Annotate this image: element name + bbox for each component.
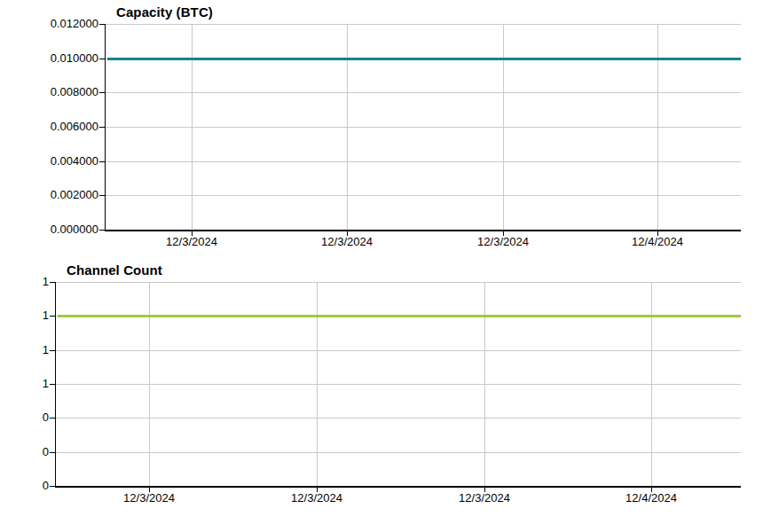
y-tick-label: 0.002000 [31,188,98,202]
series-line [58,315,741,317]
h-gridline [56,452,741,453]
y-tick-mark [50,316,56,317]
y-tick-mark [99,92,106,93]
v-gridline [192,24,193,230]
h-gridline [56,350,741,351]
y-tick-mark [99,24,106,25]
y-tick-label: 0 [0,411,49,425]
h-gridline [106,92,741,93]
v-gridline [503,24,504,230]
series-line [107,58,741,60]
y-tick-mark [99,127,106,128]
y-tick-label: 1 [0,275,49,289]
y-tick-label: 0.008000 [31,85,98,99]
v-gridline [651,282,652,486]
h-gridline [106,127,741,128]
v-gridline [347,24,348,230]
v-gridline [657,24,658,230]
h-gridline [56,282,741,283]
y-tick-label: 0.006000 [31,120,98,134]
channel-count-plot-area: 111100012/3/202412/3/202412/3/202412/4/2… [55,282,741,488]
y-tick-label: 0.004000 [31,154,98,168]
y-tick-label: 1 [0,343,49,357]
y-tick-mark [50,384,56,385]
channel-count-chart-title: Channel Count [67,262,162,278]
y-tick-mark [99,161,106,162]
y-tick-label: 0 [0,479,49,493]
y-tick-label: 0.000000 [31,223,98,237]
capacity-chart-title: Capacity (BTC) [116,4,213,20]
charts-page: Capacity (BTC) 0.0120000.0100000.0080000… [0,0,763,532]
x-tick-label: 12/3/2024 [463,235,543,249]
y-tick-label: 0.012000 [31,17,98,31]
y-tick-mark [99,59,106,59]
y-tick-mark [50,486,56,487]
y-tick-label: 1 [0,309,49,323]
y-tick-mark [50,418,56,419]
h-gridline [106,195,741,196]
x-tick-label: 12/3/2024 [277,491,357,505]
y-tick-mark [50,282,56,283]
x-tick-label: 12/3/2024 [152,235,232,249]
x-tick-label: 12/3/2024 [109,491,189,505]
y-tick-mark [99,195,106,196]
x-tick-label: 12/3/2024 [444,491,524,505]
x-tick-label: 12/4/2024 [611,491,691,505]
y-tick-label: 0.010000 [31,51,98,66]
y-tick-label: 0 [0,445,49,459]
y-tick-mark [99,230,106,231]
v-gridline [317,282,318,486]
y-tick-mark [50,452,56,453]
h-gridline [56,418,741,419]
y-tick-mark [50,350,56,351]
h-gridline [56,384,741,385]
y-tick-label: 1 [0,377,49,391]
capacity-plot-area: 0.0120000.0100000.0080000.0060000.004000… [105,24,741,231]
v-gridline [484,282,485,486]
v-gridline [149,282,150,486]
h-gridline [106,24,741,25]
x-tick-label: 12/3/2024 [307,235,387,249]
x-tick-label: 12/4/2024 [617,235,697,249]
h-gridline [106,161,741,162]
